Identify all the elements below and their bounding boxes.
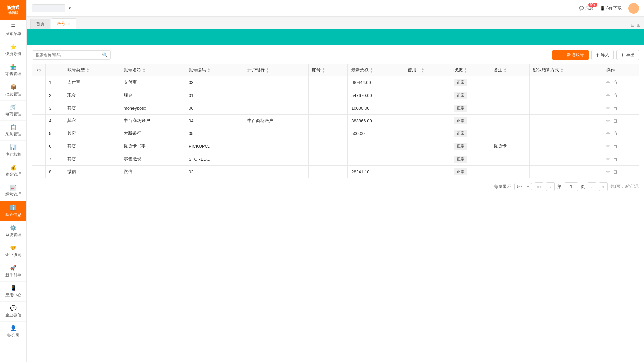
avatar[interactable] [628, 3, 639, 14]
col-latest-balance[interactable]: 最新余额▲▼ [348, 64, 404, 76]
sidebar-item-ecommerce-mgmt[interactable]: 🛒电商管理 [0, 101, 26, 121]
page-input[interactable] [565, 182, 578, 191]
topbar-dropdown[interactable]: ▾ [69, 6, 71, 11]
app-download-button[interactable]: 📱 App下载 [600, 5, 622, 11]
row-type-cell: 其它 [64, 127, 120, 140]
col-bank[interactable]: 开户银行▲▼ [244, 64, 308, 76]
sidebar-item-member[interactable]: 👤畅会员 [0, 322, 26, 342]
row-name-cell: 提货卡（零… [120, 140, 185, 153]
col-account-name[interactable]: 账号名称▲▼ [120, 64, 185, 76]
col-account-code[interactable]: 账号编码▲▼ [185, 64, 244, 76]
first-page-button[interactable]: ⏮ [535, 182, 543, 191]
delete-icon[interactable]: 🗑 [613, 131, 618, 136]
row-bank-cell [244, 165, 308, 178]
export-button[interactable]: ⬇ 导出 [616, 50, 639, 60]
sidebar-item-retail-mgmt[interactable]: 🏪零售管理 [0, 60, 26, 80]
sidebar-item-basic-info[interactable]: ℹ️基础信息 [0, 201, 26, 221]
edit-icon[interactable]: ✏ [606, 80, 610, 85]
row-balance-cell [348, 140, 404, 153]
tab-close-icon[interactable]: ✕ [67, 22, 71, 26]
per-page-label: 每页显示 [494, 184, 512, 190]
row-balance-cell: 383866.00 [348, 114, 404, 127]
tab-account[interactable]: 账号 ✕ [51, 18, 76, 29]
row-settlement-cell [530, 127, 603, 140]
sidebar-item-beginner-guide[interactable]: 🚀新手引导 [0, 261, 26, 282]
sidebar-item-enterprise-agreement[interactable]: 🤝企业协同 [0, 241, 26, 261]
row-code-cell: STORED... [185, 153, 244, 165]
status-badge: 正常 [454, 156, 467, 163]
sidebar-item-quick-nav[interactable]: ⭐快捷导航 [0, 40, 26, 60]
row-num-cell: 3 [46, 102, 64, 114]
topbar-search-input[interactable] [32, 4, 65, 12]
col-account-type[interactable]: 账号类型▲▼ [64, 64, 120, 76]
prev-page-button[interactable]: ‹ [546, 182, 555, 191]
edit-icon[interactable]: ✏ [606, 156, 610, 162]
sidebar: 畅捷通 畅捷版 ☰搜索菜单⭐快捷导航🏪零售管理📦批发管理🛒电商管理📋采购管理📊库… [0, 0, 27, 362]
delete-icon[interactable]: 🗑 [613, 143, 618, 149]
col-notes[interactable]: 备注▲▼ [490, 64, 530, 76]
chevron-down-icon: ▾ [69, 6, 71, 11]
row-actions-cell: ✏ 🗑 [603, 76, 639, 89]
row-type-cell: 支付宝 [64, 76, 120, 89]
maximize-icon[interactable]: ⊞ [637, 22, 641, 28]
search-input[interactable] [32, 51, 99, 59]
settings-icon[interactable]: ⚙ [37, 68, 41, 73]
edit-icon[interactable]: ✏ [606, 105, 610, 111]
row-notes-cell [490, 76, 530, 89]
sidebar-item-search-menu[interactable]: ☰搜索菜单 [0, 20, 26, 40]
row-code-cell: 03 [185, 76, 244, 89]
col-actions: 操作 [603, 64, 639, 76]
sidebar-item-wholesale-mgmt[interactable]: 📦批发管理 [0, 80, 26, 101]
add-account-button[interactable]: ＋ + 新增账号 [552, 50, 589, 60]
delete-icon[interactable]: 🗑 [613, 169, 618, 174]
delete-icon[interactable]: 🗑 [613, 80, 618, 85]
row-status-cell: 正常 [450, 165, 490, 178]
edit-icon[interactable]: ✏ [606, 169, 610, 174]
row-name-cell: 中百商场账户 [120, 114, 185, 127]
edit-icon[interactable]: ✏ [606, 143, 610, 149]
col-default-settlement[interactable]: 默认结算方式▲▼ [530, 64, 603, 76]
edit-icon[interactable]: ✏ [606, 118, 610, 123]
per-page-select[interactable]: 50 10 20 100 [514, 183, 532, 190]
delete-icon[interactable]: 🗑 [613, 105, 618, 111]
next-page-button[interactable]: › [588, 182, 596, 191]
col-num [46, 64, 64, 76]
row-balance-cell: 500.00 [348, 127, 404, 140]
edit-icon[interactable]: ✏ [606, 131, 610, 136]
search-button[interactable]: 🔍 [99, 51, 110, 59]
row-balance-cell: -90444.00 [348, 76, 404, 89]
edit-icon[interactable]: ✏ [606, 93, 610, 98]
sidebar-item-enterprise-wechat[interactable]: 💬企业微信 [0, 302, 26, 322]
sidebar-item-inventory-check[interactable]: 📊库存核算 [0, 141, 26, 161]
row-notes-cell [490, 127, 530, 140]
sidebar-item-system-mgmt[interactable]: ⚙️系统管理 [0, 221, 26, 241]
topbar: ▾ 💬 消息 99+ 📱 App下载 [27, 0, 644, 17]
delete-icon[interactable]: 🗑 [613, 118, 618, 123]
wholesale-mgmt-label: 批发管理 [5, 91, 21, 97]
sidebar-item-app-center[interactable]: 📱应用中心 [0, 282, 26, 302]
import-button[interactable]: ⬆ 导入 [591, 50, 614, 60]
tab-home[interactable]: 首页 [30, 19, 50, 29]
row-num-cell: 7 [46, 153, 64, 165]
table-row: 8 微信 微信 02 28241.10 正常 ✏ 🗑 [32, 165, 639, 178]
row-num-cell: 6 [46, 140, 64, 153]
sidebar-item-operation-mgmt[interactable]: 📈经营管理 [0, 181, 26, 201]
status-badge: 正常 [454, 79, 467, 86]
delete-icon[interactable]: 🗑 [613, 93, 618, 98]
table-row: 5 其它 大新银行 05 500.00 正常 ✏ 🗑 [32, 127, 639, 140]
minimize-icon[interactable]: ⊟ [631, 22, 635, 28]
message-button[interactable]: 💬 消息 99+ [579, 5, 593, 11]
system-mgmt-label: 系统管理 [5, 232, 21, 238]
col-status[interactable]: 状态▲▼ [450, 64, 490, 76]
sidebar-navigation: ☰搜索菜单⭐快捷导航🏪零售管理📦批发管理🛒电商管理📋采购管理📊库存核算💰资金管理… [0, 20, 26, 362]
row-balance-cell [348, 153, 404, 165]
col-usage[interactable]: 使用...▲▼ [404, 64, 450, 76]
delete-icon[interactable]: 🗑 [613, 156, 618, 162]
col-account-no[interactable]: 账号▲▼ [309, 64, 348, 76]
app-center-label: 应用中心 [5, 292, 21, 298]
row-settlement-cell [530, 102, 603, 114]
row-name-cell: 现金 [120, 89, 185, 102]
sidebar-item-fund-mgmt[interactable]: 💰资金管理 [0, 161, 26, 181]
last-page-button[interactable]: ⏭ [599, 182, 608, 191]
sidebar-item-purchase-mgmt[interactable]: 📋采购管理 [0, 121, 26, 141]
